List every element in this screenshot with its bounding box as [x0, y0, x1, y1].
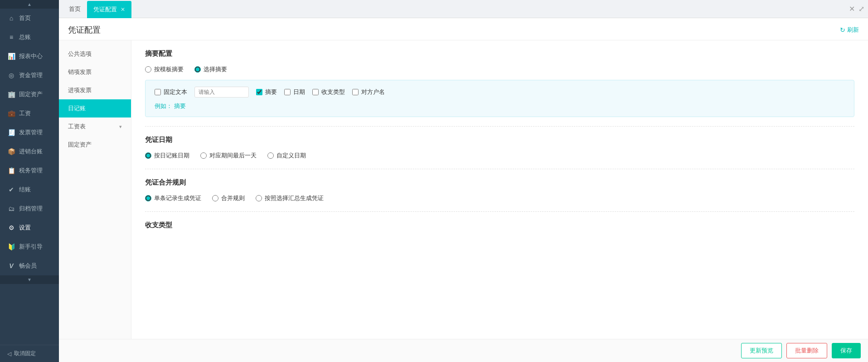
voucher-date-title: 凭证日期	[145, 136, 854, 144]
nav-payroll[interactable]: 工资表 ▾	[59, 117, 131, 136]
salary-icon: 💼	[7, 110, 15, 117]
vip-icon: V	[7, 262, 15, 269]
sidebar-item-assets[interactable]: 🏢 固定资产	[0, 85, 59, 104]
sidebar-item-salary[interactable]: 💼 工资	[0, 104, 59, 123]
income-type-checkbox[interactable]	[312, 89, 319, 95]
date-field[interactable]: 日期	[284, 88, 305, 96]
nav-payroll-label: 工资表	[68, 122, 86, 131]
nav-sales[interactable]: 销项发票	[59, 63, 131, 81]
merge-radio[interactable]	[212, 195, 218, 201]
batch-delete-button[interactable]: 批量删除	[786, 343, 827, 358]
expand-window-icon[interactable]: ⤢	[858, 5, 864, 13]
nav-journal-label: 日记账	[68, 104, 86, 113]
page-header: 凭证配置 ↻ 刷新	[59, 18, 868, 40]
sidebar-item-settle[interactable]: ✔ 结账	[0, 180, 59, 199]
single-record-radio[interactable]	[145, 195, 151, 201]
summary-option-select[interactable]: 选择摘要	[194, 65, 227, 73]
refresh-label: 刷新	[847, 26, 859, 34]
last-day-label: 对应期间最后一天	[209, 152, 257, 160]
summary-option-template[interactable]: 按模板摘要	[145, 65, 184, 73]
nav-fixed-assets[interactable]: 固定资产	[59, 136, 131, 154]
sidebar-item-label: 税务管理	[19, 166, 43, 175]
settle-icon: ✔	[7, 186, 15, 193]
select-radio-label: 选择摘要	[204, 65, 227, 73]
custom-date-option[interactable]: 自定义日期	[267, 152, 306, 160]
sidebar-item-label: 新手引导	[19, 243, 43, 251]
sidebar-item-invoice[interactable]: 🧾 发票管理	[0, 123, 59, 142]
sidebar-scroll-down[interactable]: ▼	[0, 275, 59, 284]
sidebar-scroll-up[interactable]: ▲	[0, 0, 59, 9]
fixed-text-label: 固定文本	[164, 88, 187, 96]
journal-date-radio[interactable]	[145, 152, 151, 159]
counterpart-field[interactable]: 对方户名	[352, 88, 385, 96]
guide-icon: 🔰	[7, 243, 15, 250]
merge-rule-title: 凭证合并规则	[145, 178, 854, 187]
journal-date-option[interactable]: 按日记账日期	[145, 152, 189, 160]
report-icon: 📊	[7, 53, 15, 60]
summary-radio-group: 按模板摘要 选择摘要	[145, 65, 854, 73]
sidebar-item-archive[interactable]: 🗂 归档管理	[0, 199, 59, 218]
sidebar-item-label: 首页	[19, 14, 31, 22]
summary-label: 摘要	[265, 88, 277, 96]
settings-icon: ⚙	[7, 224, 15, 231]
sidebar-item-report[interactable]: 📊 报表中心	[0, 47, 59, 66]
tab-close-icon[interactable]: ✕	[121, 6, 125, 13]
voucher-date-section: 凭证日期 按日记账日期 对应期间最后一天 自定义日期	[145, 136, 854, 160]
income-type-section-title: 收支类型	[145, 221, 854, 230]
update-preview-button[interactable]: 更新预览	[741, 343, 782, 358]
income-type-field[interactable]: 收支类型	[312, 88, 345, 96]
last-day-option[interactable]: 对应期间最后一天	[200, 152, 257, 160]
sidebar-item-guide[interactable]: 🔰 新手引导	[0, 237, 59, 256]
main-area: 首页 凭证配置 ✕ ✕ ⤢ 凭证配置 ↻ 刷新 公共选项	[59, 0, 868, 362]
template-radio[interactable]	[145, 66, 151, 73]
save-button[interactable]: 保存	[832, 343, 861, 358]
sidebar-item-tax[interactable]: 📋 税务管理	[0, 161, 59, 180]
preview-text: 摘要	[174, 103, 186, 109]
tab-voucher-config[interactable]: 凭证配置 ✕	[87, 1, 131, 18]
date-checkbox[interactable]	[284, 89, 291, 95]
sidebar-item-fund[interactable]: ◎ 资金管理	[0, 66, 59, 85]
sidebar-item-label: 畅会员	[19, 262, 37, 270]
fixed-text-checkbox[interactable]	[155, 89, 161, 95]
sidebar-item-label: 资金管理	[19, 71, 43, 79]
sidebar-item-settings[interactable]: ⚙ 设置	[0, 218, 59, 237]
single-record-option[interactable]: 单条记录生成凭证	[145, 194, 201, 202]
sidebar-item-label: 设置	[19, 224, 31, 232]
merge-label: 合并规则	[221, 194, 245, 202]
custom-date-radio[interactable]	[267, 152, 274, 159]
fixed-text-input[interactable]	[194, 87, 249, 98]
unpin-label: 取消固定	[14, 350, 36, 357]
select-merge-radio[interactable]	[256, 195, 262, 201]
nav-journal[interactable]: 日记账	[59, 99, 131, 117]
bottom-bar: 更新预览 批量删除 保存	[59, 339, 868, 362]
sidebar-item-purchase[interactable]: 📦 进销台账	[0, 142, 59, 161]
summary-checkbox[interactable]	[256, 89, 262, 95]
sidebar-item-label: 固定资产	[19, 90, 43, 98]
tax-icon: 📋	[7, 167, 15, 174]
sidebar-item-ledger[interactable]: ≡ 总账	[0, 28, 59, 47]
close-window-icon[interactable]: ✕	[849, 5, 855, 13]
summary-field[interactable]: 摘要	[256, 88, 277, 96]
sidebar-item-home[interactable]: ⌂ 首页	[0, 9, 59, 28]
nav-public[interactable]: 公共选项	[59, 45, 131, 63]
merge-rule-section: 凭证合并规则 单条记录生成凭证 合并规则 按照选择汇总生成凭证	[145, 178, 854, 202]
fixed-text-field[interactable]: 固定文本	[155, 88, 187, 96]
pin-icon: ◁	[7, 351, 11, 357]
template-radio-label: 按模板摘要	[154, 65, 184, 73]
nav-purchase-inv[interactable]: 进项发票	[59, 81, 131, 99]
sidebar-item-vip[interactable]: V 畅会员	[0, 256, 59, 275]
unpin-button[interactable]: ◁ 取消固定	[0, 345, 59, 362]
tab-home[interactable]: 首页	[63, 0, 87, 18]
page-title: 凭证配置	[68, 24, 101, 35]
merge-option[interactable]: 合并规则	[212, 194, 245, 202]
sidebar-item-label: 报表中心	[19, 52, 43, 60]
date-label: 日期	[293, 88, 305, 96]
select-radio[interactable]	[194, 66, 201, 73]
refresh-button[interactable]: ↻ 刷新	[840, 26, 859, 34]
counterpart-checkbox[interactable]	[352, 89, 359, 95]
select-merge-option[interactable]: 按照选择汇总生成凭证	[256, 194, 324, 202]
last-day-radio[interactable]	[200, 152, 207, 159]
nav-purchase-inv-label: 进项发票	[68, 86, 92, 94]
archive-icon: 🗂	[7, 205, 15, 212]
home-icon: ⌂	[7, 15, 15, 22]
